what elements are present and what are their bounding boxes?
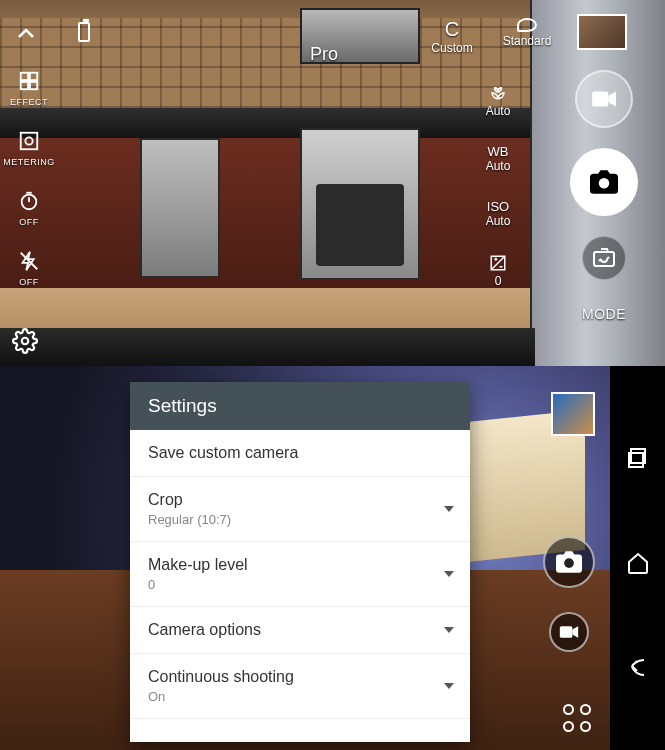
chevron-up-icon[interactable] bbox=[14, 22, 38, 46]
camera-icon bbox=[556, 551, 582, 573]
battery-icon bbox=[78, 22, 90, 42]
wb-control[interactable]: WB Auto bbox=[486, 144, 511, 173]
metering-label: METERING bbox=[3, 157, 55, 167]
macro-label: Auto bbox=[486, 104, 511, 118]
recent-apps-icon[interactable] bbox=[626, 446, 650, 470]
gallery-thumbnail-bottom[interactable] bbox=[551, 392, 595, 436]
svg-rect-12 bbox=[594, 252, 614, 266]
settings-panel-title: Settings bbox=[130, 382, 470, 430]
apps-grid-icon[interactable] bbox=[563, 704, 591, 732]
bg-stove bbox=[300, 128, 420, 280]
flash-control[interactable]: OFF bbox=[18, 250, 40, 288]
iso-label: ISO bbox=[486, 199, 511, 214]
metering-icon bbox=[18, 130, 40, 152]
custom-label: Custom bbox=[427, 41, 477, 55]
metering-control[interactable]: METERING bbox=[3, 130, 55, 168]
wb-value: Auto bbox=[486, 159, 511, 173]
effect-label: EFFECT bbox=[10, 97, 48, 107]
bottom-capture-buttons bbox=[543, 536, 595, 652]
settings-row-label: Crop bbox=[148, 491, 452, 509]
capture-button-column: MODE bbox=[567, 70, 641, 322]
flash-label: OFF bbox=[19, 277, 39, 287]
exposure-icon bbox=[489, 254, 507, 272]
video-icon bbox=[559, 624, 579, 640]
svg-rect-10 bbox=[592, 91, 608, 106]
camera-icon bbox=[590, 170, 618, 194]
gallery-thumbnail[interactable] bbox=[577, 14, 627, 50]
mode-custom[interactable]: C Custom bbox=[427, 18, 477, 55]
chevron-down-icon bbox=[444, 506, 454, 512]
back-icon[interactable] bbox=[626, 656, 650, 680]
video-record-button[interactable] bbox=[575, 70, 633, 128]
camera-settings-screen: Settings Save custom camera Crop Regular… bbox=[0, 366, 665, 750]
chevron-down-icon bbox=[444, 683, 454, 689]
iso-control[interactable]: ISO Auto bbox=[486, 199, 511, 228]
svg-point-13 bbox=[564, 558, 574, 568]
custom-glyph-icon: C bbox=[427, 18, 477, 41]
svg-point-4 bbox=[25, 137, 32, 144]
svg-rect-2 bbox=[21, 82, 28, 89]
settings-panel: Settings Save custom camera Crop Regular… bbox=[130, 382, 470, 742]
macro-icon bbox=[487, 82, 509, 102]
settings-row-makeup[interactable]: Make-up level 0 bbox=[130, 542, 470, 607]
effect-icon bbox=[18, 70, 40, 92]
ev-value: 0 bbox=[495, 274, 502, 288]
settings-row-value: On bbox=[148, 689, 452, 704]
svg-rect-5 bbox=[21, 133, 38, 150]
gear-icon bbox=[12, 328, 38, 354]
settings-row-camera-options[interactable]: Camera options bbox=[130, 607, 470, 654]
wb-label: WB bbox=[486, 144, 511, 159]
chevron-down-icon bbox=[444, 627, 454, 633]
timer-label: OFF bbox=[19, 217, 39, 227]
svg-rect-3 bbox=[30, 82, 37, 89]
settings-row-label: Save custom camera bbox=[148, 444, 452, 462]
video-icon bbox=[591, 89, 617, 109]
macro-control[interactable]: Auto bbox=[486, 82, 511, 118]
switch-camera-icon bbox=[592, 247, 616, 269]
right-control-column: Auto WB Auto ISO Auto 0 bbox=[471, 82, 525, 288]
svg-rect-0 bbox=[21, 73, 28, 80]
bg-dishwasher bbox=[140, 138, 220, 278]
palette-icon bbox=[517, 18, 537, 32]
flash-off-icon bbox=[18, 250, 40, 272]
chevron-down-icon bbox=[444, 571, 454, 577]
settings-row-label: Continuous shooting bbox=[148, 668, 452, 686]
home-icon[interactable] bbox=[626, 551, 650, 575]
svg-rect-1 bbox=[30, 73, 37, 80]
bg-counter bbox=[0, 108, 535, 138]
settings-row-value: 0 bbox=[148, 577, 452, 592]
standard-label: Standard bbox=[497, 34, 557, 48]
svg-point-11 bbox=[599, 178, 610, 189]
shutter-button-bottom[interactable] bbox=[543, 536, 595, 588]
mode-pro-label[interactable]: Pro bbox=[310, 44, 338, 65]
settings-row-save-custom[interactable]: Save custom camera bbox=[130, 430, 470, 477]
svg-point-8 bbox=[22, 338, 29, 345]
video-button-bottom[interactable] bbox=[549, 612, 589, 652]
timer-icon bbox=[18, 190, 40, 212]
shutter-button[interactable] bbox=[570, 148, 638, 216]
bg-cabinets bbox=[0, 138, 535, 288]
settings-row-continuous[interactable]: Continuous shooting On bbox=[130, 654, 470, 719]
mode-standard[interactable]: Standard bbox=[497, 18, 557, 48]
camera-pro-viewfinder: Pro C Custom Standard EFFECT METERING OF… bbox=[0, 0, 665, 366]
settings-row-crop[interactable]: Crop Regular (10:7) bbox=[130, 477, 470, 542]
effect-control[interactable]: EFFECT bbox=[10, 70, 48, 108]
bg-foreground-counter bbox=[0, 328, 535, 366]
android-navbar bbox=[610, 366, 665, 750]
settings-panel-body[interactable]: Save custom camera Crop Regular (10:7) M… bbox=[130, 430, 470, 742]
settings-row-value: Regular (10:7) bbox=[148, 512, 452, 527]
settings-button[interactable] bbox=[12, 328, 38, 354]
settings-row-label: Make-up level bbox=[148, 556, 452, 574]
timer-control[interactable]: OFF bbox=[18, 190, 40, 228]
settings-row-label: Camera options bbox=[148, 621, 452, 639]
left-control-column: EFFECT METERING OFF OFF bbox=[6, 70, 52, 288]
iso-value: Auto bbox=[486, 214, 511, 228]
ev-control[interactable]: 0 bbox=[489, 254, 507, 288]
mode-button[interactable]: MODE bbox=[582, 306, 626, 322]
svg-rect-14 bbox=[560, 626, 573, 638]
switch-camera-button[interactable] bbox=[582, 236, 626, 280]
